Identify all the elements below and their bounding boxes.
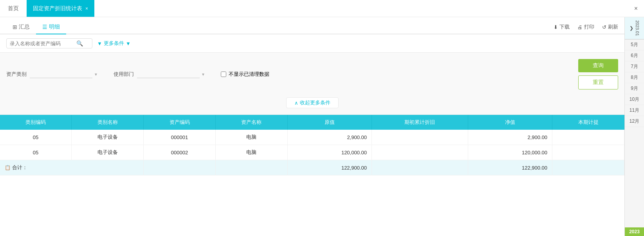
- table-row: 05 电子设备 000002 电脑 120,000.00 120,000.00: [0, 145, 624, 160]
- right-panel: ❯ 2023.01 5月6月7月8月9月10月11月12月 2023: [624, 17, 644, 236]
- collapse-bar: ∧ 收起更多条件: [6, 94, 618, 108]
- more-conditions-button[interactable]: ▼ 更多条件 ▼: [97, 40, 131, 47]
- search-input[interactable]: [10, 41, 76, 46]
- cell-asset-name: 电脑: [215, 145, 287, 160]
- tab-close-button[interactable]: ×: [85, 6, 88, 11]
- department-input[interactable]: [137, 70, 200, 78]
- cell-asset-code: 000001: [144, 130, 216, 145]
- print-label: 打印: [584, 23, 594, 30]
- advanced-filter: 资产类别 ▼ 使用部门 ▼ 不显示已清理数据: [0, 53, 624, 115]
- asset-category-field: 资产类别 ▼: [6, 70, 98, 78]
- total-net-value: 122,900.00: [468, 160, 552, 175]
- search-input-wrap[interactable]: 🔍: [6, 38, 92, 48]
- cell-cumulative-depreciation: [372, 145, 468, 160]
- cell-category-code: 05: [0, 145, 72, 160]
- year-badge: 2023: [625, 227, 644, 236]
- refresh-icon: ↺: [602, 24, 606, 30]
- asset-category-arrow: ▼: [94, 72, 98, 77]
- asset-category-label: 资产类别: [6, 71, 27, 78]
- cell-asset-name: 电脑: [215, 130, 287, 145]
- hide-cleared-checkbox[interactable]: [221, 72, 226, 77]
- more-conditions-label: 更多条件: [104, 40, 124, 47]
- data-table: 类别编码 类别名称 资产编码 资产名称 原值 期初累计折旧 净值 本期计提 05…: [0, 115, 624, 175]
- month-item[interactable]: 8月: [625, 72, 644, 83]
- detail-icon: ☰: [42, 24, 47, 30]
- collapse-label: 收起更多条件: [300, 99, 330, 106]
- month-item[interactable]: 12月: [625, 116, 644, 127]
- month-item[interactable]: 9月: [625, 83, 644, 94]
- col-current-depreciation: 本期计提: [552, 115, 624, 130]
- tabs-actions: ⬇ 下载 🖨 打印 ↺ 刷新: [554, 23, 618, 30]
- cell-current-depreciation: [552, 145, 624, 160]
- col-category-name: 类别名称: [72, 115, 144, 130]
- home-nav[interactable]: 首页: [0, 0, 27, 17]
- collapse-button[interactable]: ∧ 收起更多条件: [286, 97, 339, 108]
- query-button[interactable]: 查询: [578, 59, 618, 72]
- asset-category-input[interactable]: [30, 70, 92, 78]
- hide-cleared-label: 不显示已清理数据: [229, 71, 269, 78]
- total-asset-name: [215, 160, 287, 175]
- date-nav: ❯ 2023.01: [625, 17, 644, 39]
- total-original-value: 122,900.00: [287, 160, 372, 175]
- download-icon: ⬇: [554, 24, 558, 30]
- cell-category-name: 电子设备: [72, 130, 144, 145]
- cell-category-name: 电子设备: [72, 145, 144, 160]
- window-close-button[interactable]: ×: [634, 5, 638, 12]
- month-item[interactable]: 5月: [625, 39, 644, 50]
- cell-asset-code: 000002: [144, 145, 216, 160]
- col-category-code: 类别编码: [0, 115, 72, 130]
- tab-summary[interactable]: ⊞ 汇总: [6, 23, 36, 34]
- collapse-icon: ∧: [294, 100, 298, 106]
- month-item[interactable]: 6月: [625, 50, 644, 61]
- col-asset-name: 资产名称: [215, 115, 287, 130]
- hide-cleared-field: 不显示已清理数据: [221, 71, 269, 78]
- cell-category-code: 05: [0, 130, 72, 145]
- months-list: 5月6月7月8月9月10月11月12月: [625, 39, 644, 227]
- month-item[interactable]: 11月: [625, 105, 644, 116]
- total-icon: 📋: [5, 165, 11, 170]
- tab-detail[interactable]: ☰ 明细: [36, 23, 66, 34]
- month-item[interactable]: 7月: [625, 61, 644, 72]
- total-label: 合计：: [12, 164, 27, 171]
- total-current-depreciation: [552, 160, 624, 175]
- download-label: 下载: [559, 23, 570, 30]
- search-icon: 🔍: [76, 40, 83, 46]
- cell-original-value: 120,000.00: [287, 145, 372, 160]
- table-header-row: 类别编码 类别名称 资产编码 资产名称 原值 期初累计折旧 净值 本期计提: [0, 115, 624, 130]
- col-asset-code: 资产编码: [144, 115, 216, 130]
- tab-summary-label: 汇总: [19, 23, 30, 30]
- refresh-label: 刷新: [608, 23, 618, 30]
- data-table-container: 类别编码 类别名称 资产编码 资产名称 原值 期初累计折旧 净值 本期计提 05…: [0, 115, 624, 236]
- total-label-cell: 📋 合计：: [0, 160, 144, 175]
- cell-original-value: 2,900.00: [287, 130, 372, 145]
- print-icon: 🖨: [577, 24, 583, 30]
- department-label: 使用部门: [114, 71, 134, 78]
- date-label: 2023.01: [635, 20, 640, 36]
- total-cumulative-depreciation: [372, 160, 468, 175]
- col-cumulative-depreciation: 期初累计折旧: [372, 115, 468, 130]
- department-field: 使用部门 ▼: [114, 70, 205, 78]
- refresh-button[interactable]: ↺ 刷新: [602, 23, 618, 30]
- filter-icon: ▼: [97, 41, 102, 46]
- col-net-value: 净值: [468, 115, 552, 130]
- chevron-down-icon: ▼: [126, 41, 131, 46]
- download-button[interactable]: ⬇ 下载: [554, 23, 570, 30]
- total-asset-code: [144, 160, 216, 175]
- summary-icon: ⊞: [13, 24, 17, 30]
- table-row: 05 电子设备 000001 电脑 2,900.00 2,900.00: [0, 130, 624, 145]
- cell-net-value: 2,900.00: [468, 130, 552, 145]
- total-row: 📋 合计： 122,900.00 122,900.00: [0, 160, 624, 175]
- col-original-value: 原值: [287, 115, 372, 130]
- department-arrow: ▼: [201, 72, 205, 77]
- search-bar: 🔍 ▼ 更多条件 ▼: [0, 34, 624, 53]
- filter-buttons: 查询 重置: [578, 59, 618, 89]
- cell-cumulative-depreciation: [372, 130, 468, 145]
- print-button[interactable]: 🖨 打印: [577, 23, 594, 30]
- cell-current-depreciation: [552, 130, 624, 145]
- month-item[interactable]: 10月: [625, 94, 644, 105]
- nav-arrow-icon[interactable]: ❯: [630, 25, 633, 31]
- tab-detail-label: 明细: [49, 23, 60, 30]
- fixed-assets-tab[interactable]: 固定资产折旧统计表 ×: [27, 0, 94, 17]
- tabs-bar: ⊞ 汇总 ☰ 明细 ⬇ 下载 🖨 打印 ↺ 刷新: [0, 17, 624, 34]
- reset-button[interactable]: 重置: [578, 75, 618, 89]
